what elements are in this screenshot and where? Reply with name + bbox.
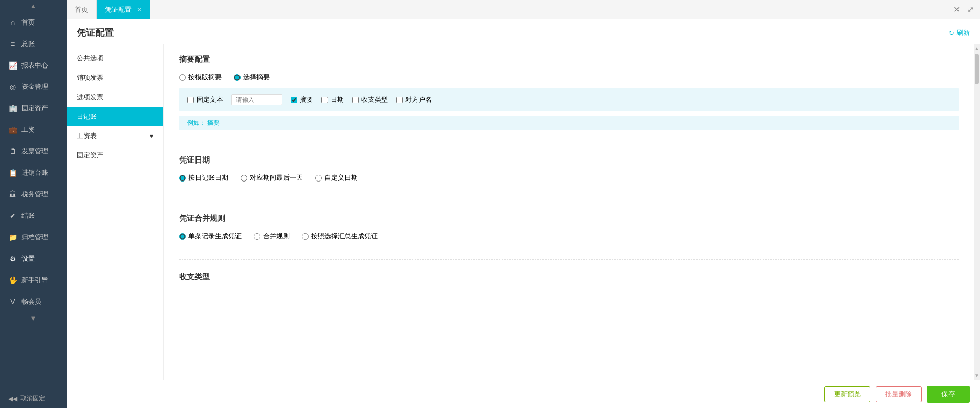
tab-expand-button[interactable]: ⤢ [965, 4, 976, 15]
checkbox-fixed-text[interactable]: 固定文本 [187, 95, 223, 104]
sidebar-label-funds: 资金管理 [21, 82, 48, 92]
update-preview-button[interactable]: 更新预览 [824, 386, 870, 402]
content-area: 公共选项 销项发票 进项发票 日记账 工资表 ▾ 固定资产 [67, 44, 980, 408]
radio-merge-rule-input[interactable] [254, 233, 260, 240]
sidebar-label-archive: 归档管理 [21, 233, 48, 242]
checkbox-counterpart-input[interactable] [396, 97, 403, 103]
sidebar-item-salary[interactable]: 💼 工资 [0, 119, 67, 141]
checkbox-fixed-text-label: 固定文本 [197, 95, 223, 104]
tab-voucher-config[interactable]: 凭证配置 ✕ [97, 0, 150, 19]
batch-delete-button[interactable]: 批量删除 [876, 386, 922, 402]
radio-period-last-label: 对应期间最后一天 [250, 173, 303, 183]
scroll-up-arrow[interactable]: ▲ [974, 44, 980, 53]
radio-select-input[interactable] [234, 74, 241, 81]
left-nav-journal[interactable]: 日记账 [67, 107, 163, 126]
checkbox-summary-label: 摘要 [300, 95, 313, 104]
sidebar-label-assets: 固定资产 [21, 104, 48, 113]
radio-period-last[interactable]: 对应期间最后一天 [241, 173, 303, 183]
example-label: 例如： [187, 119, 206, 126]
sidebar-scroll-up[interactable]: ▲ [0, 0, 67, 12]
purchase-sales-icon: 📋 [8, 169, 17, 177]
checkbox-date-input[interactable] [321, 97, 328, 103]
radio-template[interactable]: 按模版摘要 [179, 73, 222, 82]
sidebar-label-salary: 工资 [21, 125, 35, 134]
tab-close-button[interactable]: ✕ [951, 4, 962, 15]
left-nav-purchase-invoice[interactable]: 进项发票 [67, 87, 163, 107]
sidebar-item-invoice-mgmt[interactable]: 🗒 发票管理 [0, 141, 67, 162]
sidebar-label-settings: 设置 [21, 254, 35, 263]
refresh-button[interactable]: ↻ 刷新 [949, 28, 970, 37]
radio-single-input[interactable] [179, 233, 186, 240]
sidebar-item-home[interactable]: ⌂ 首页 [0, 12, 67, 33]
radio-custom-date-input[interactable] [315, 175, 322, 182]
checkbox-fixed-text-input[interactable] [187, 97, 194, 103]
tab-voucher-config-label: 凭证配置 [105, 5, 132, 14]
checkbox-summary-input[interactable] [291, 97, 297, 103]
scroll-down-arrow[interactable]: ▼ [974, 372, 980, 380]
left-nav-sales-invoice[interactable]: 销项发票 [67, 68, 163, 87]
checkbox-summary[interactable]: 摘要 [291, 95, 313, 104]
radio-merge-rule[interactable]: 合并规则 [254, 232, 290, 241]
summary-checkbox-row: 固定文本 摘要 日期 [179, 88, 959, 111]
settings-icon: ⚙ [8, 255, 17, 263]
sidebar-item-settle[interactable]: ✔ 结账 [0, 205, 67, 226]
sidebar-item-reports[interactable]: 📈 报表中心 [0, 55, 67, 76]
save-button[interactable]: 保存 [927, 386, 970, 403]
sidebar-item-purchase-sales[interactable]: 📋 进销台账 [0, 162, 67, 184]
section-income-type: 收支类型 [179, 272, 959, 302]
left-nav-fixed-assets-label: 固定资产 [77, 151, 103, 160]
checkbox-income-type-input[interactable] [352, 97, 359, 103]
radio-select[interactable]: 选择摘要 [234, 73, 270, 82]
section-income-type-title: 收支类型 [179, 272, 959, 282]
sidebar-item-guide[interactable]: 🖐 新手引导 [0, 269, 67, 291]
left-nav-salary-table[interactable]: 工资表 ▾ [67, 126, 163, 146]
sidebar-item-ledger[interactable]: ≡ 总账 [0, 33, 67, 55]
radio-period-last-input[interactable] [241, 175, 247, 182]
assets-icon: 🏢 [8, 104, 17, 112]
sidebar-item-vip[interactable]: V 畅会员 [0, 291, 67, 312]
tax-icon: 🏛 [8, 190, 17, 198]
pin-icon: ◀◀ [8, 395, 17, 402]
checkbox-date[interactable]: 日期 [321, 95, 344, 104]
right-content: 摘要配置 按模版摘要 选择摘要 [164, 44, 974, 380]
sidebar-scroll-down[interactable]: ▼ [0, 312, 67, 324]
left-nav-public[interactable]: 公共选项 [67, 49, 163, 68]
checkbox-counterpart[interactable]: 对方户名 [396, 95, 432, 104]
home-icon: ⌂ [8, 18, 17, 27]
left-nav-public-label: 公共选项 [77, 54, 103, 63]
sidebar-item-tax[interactable]: 🏛 税务管理 [0, 184, 67, 205]
sidebar-item-settings[interactable]: ⚙ 设置 [0, 248, 67, 269]
tab-close-icon[interactable]: ✕ [137, 6, 142, 13]
sidebar-label-ledger: 总账 [21, 39, 35, 49]
refresh-icon: ↻ [949, 29, 954, 37]
radio-select-merge-label: 按照选择汇总生成凭证 [311, 232, 378, 241]
scroll-thumb[interactable] [975, 54, 979, 84]
tab-bar: 首页 凭证配置 ✕ ✕ ⤢ [67, 0, 980, 19]
left-nav-fixed-assets[interactable]: 固定资产 [67, 146, 163, 165]
tab-home[interactable]: 首页 [67, 0, 97, 19]
radio-select-merge-input[interactable] [302, 233, 309, 240]
page-title: 凭证配置 [77, 27, 114, 39]
archive-icon: 📁 [8, 233, 17, 241]
radio-template-input[interactable] [179, 74, 186, 81]
sidebar-item-funds[interactable]: ◎ 资金管理 [0, 76, 67, 98]
radio-single[interactable]: 单条记录生成凭证 [179, 232, 242, 241]
sidebar-bottom-label: 取消固定 [20, 394, 45, 403]
sidebar-item-assets[interactable]: 🏢 固定资产 [0, 98, 67, 119]
radio-select-merge[interactable]: 按照选择汇总生成凭证 [302, 232, 378, 241]
vip-icon: V [8, 298, 17, 306]
invoice-mgmt-icon: 🗒 [8, 147, 17, 155]
fixed-text-input[interactable] [231, 94, 282, 105]
checkbox-date-label: 日期 [331, 95, 344, 104]
refresh-label: 刷新 [956, 28, 970, 37]
sidebar-item-archive[interactable]: 📁 归档管理 [0, 226, 67, 248]
sidebar-unpin-button[interactable]: ◀◀ 取消固定 [0, 389, 67, 408]
expand-icon: ▾ [150, 132, 153, 140]
radio-custom-date-label: 自定义日期 [324, 173, 358, 183]
salary-icon: 💼 [8, 126, 17, 134]
checkbox-income-type[interactable]: 收支类型 [352, 95, 388, 104]
radio-custom-date[interactable]: 自定义日期 [315, 173, 358, 183]
radio-journal-date[interactable]: 按日记账日期 [179, 173, 228, 183]
section-date: 凭证日期 按日记账日期 对应期间最后一天 [179, 155, 959, 201]
radio-journal-date-input[interactable] [179, 175, 186, 182]
